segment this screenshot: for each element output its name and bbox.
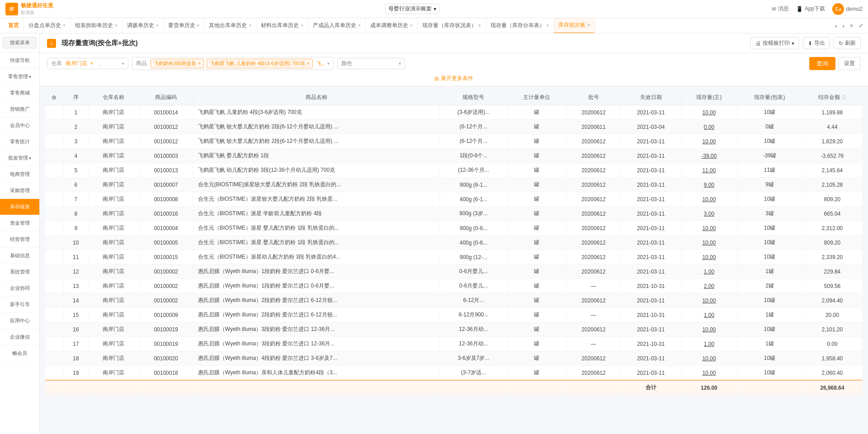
sidebar-toggle-btn[interactable]: › [47, 39, 56, 48]
row-stock-main[interactable]: 3.00 [681, 207, 737, 221]
row-stock-main[interactable]: 1.00 [681, 308, 737, 322]
sidebar-item-business[interactable]: 经营管理 [0, 231, 39, 248]
tab-fullscreen-btn[interactable]: ⤢ [857, 23, 864, 29]
row-stock-main[interactable]: 10.00 [681, 105, 737, 120]
tab-requisition-history[interactable]: 要货单历史 × [164, 18, 205, 33]
row-stock-main[interactable]: 10.00 [681, 221, 737, 236]
tab-close-icon[interactable]: × [156, 23, 159, 28]
row-stock-main[interactable]: -39.00 [681, 149, 737, 163]
sidebar-item-shop[interactable]: 零售商城 [0, 85, 39, 101]
tab-next-btn[interactable]: › [841, 22, 846, 29]
sidebar-item-members[interactable]: 会员中心 [0, 118, 39, 134]
info-icon[interactable]: ⓘ [842, 95, 846, 100]
row-stock-main[interactable]: 10.00 [681, 366, 737, 381]
tab-cost-adjust-history[interactable]: 成本调整单历史 × [366, 18, 418, 33]
tab-close-all-btn[interactable]: × [849, 23, 854, 29]
quick-nav-btn[interactable]: 快捷导航 [0, 55, 39, 66]
tab-close-icon[interactable]: × [478, 23, 481, 28]
row-unit: 罐 [507, 264, 566, 279]
sidebar-item-corp-wechat[interactable]: 企业微信 [0, 329, 39, 345]
row-stock-main[interactable]: 10.00 [681, 134, 737, 149]
query-btn[interactable]: 查询 [809, 57, 835, 70]
row-stock-main[interactable]: 2.00 [681, 279, 737, 293]
sidebar-item-basic[interactable]: 基础信息 [0, 248, 39, 264]
row-stock-main[interactable]: 1.00 [681, 264, 737, 279]
row-stock-main[interactable]: 10.00 [681, 293, 737, 308]
sidebar-item-wholesale[interactable]: 批发管理 ▾ [0, 150, 39, 166]
app-download-btn[interactable]: 📱 App下载 [796, 5, 825, 13]
tab-close-icon[interactable]: × [547, 23, 549, 28]
tab-other-out-history[interactable]: 其他出库单历史 × [204, 18, 256, 33]
tab-close-icon[interactable]: × [301, 23, 303, 28]
search-menu-btn[interactable]: 搜索菜单 [3, 37, 37, 48]
sidebar-item-corp[interactable]: 企业协同 [0, 280, 39, 297]
tab-distribution-history[interactable]: 分盘点单历史 × [24, 18, 71, 33]
sidebar-item-app-center[interactable]: 应用中心 [0, 313, 39, 329]
product-filter[interactable]: 商品 飞鹤奶粉3段两提装 × 飞鹤星飞帆 儿童奶粉 4段(3-6岁适用) 700… [132, 57, 334, 70]
row-stock-main[interactable]: 0.00 [681, 120, 737, 134]
tab-stock-status[interactable]: 现存量（库存状况表） × [418, 18, 486, 33]
warehouse-dropdown-icon[interactable]: ▾ [122, 61, 124, 66]
sidebar-item-inventory[interactable]: 库存核算 [0, 199, 39, 215]
sidebar-item-stats[interactable]: 零售统计 [0, 134, 39, 150]
sidebar-item-purchase[interactable]: 采购管理 [0, 183, 39, 199]
sidebar-item-finance[interactable]: 资金管理 [0, 215, 39, 231]
col-stock-pkg: 现存量(包装) [737, 90, 802, 105]
product-dropdown-icon[interactable]: ▾ [327, 61, 330, 66]
tab-stock-distribution[interactable]: 现存量（库存分布表） × [486, 18, 554, 33]
sidebar-item-marketing[interactable]: 营销推广 [0, 101, 39, 118]
row-spec: 0-6月婴儿... [440, 279, 507, 293]
row-spec: 900g (3岁... [440, 207, 507, 221]
tab-material-out-history[interactable]: 材料出库单历史 × [256, 18, 308, 33]
product-tag-2[interactable]: 飞鹤星飞帆 儿童奶粉 4段(3-6岁适用) 700克 × [207, 59, 313, 68]
row-balance: 1,189.88 [802, 105, 862, 120]
tab-production-in-history[interactable]: 产成品入库单历史 × [308, 18, 366, 33]
row-product-code: 00100003 [139, 149, 193, 163]
row-stock-main[interactable]: 10.00 [681, 236, 737, 250]
row-stock-main[interactable]: 9.00 [681, 178, 737, 192]
sidebar-item-system[interactable]: 系统管理 [0, 264, 39, 280]
row-stock-main[interactable]: 10.00 [681, 250, 737, 264]
row-product-name: 飞鹤星飞帆 幼儿配方奶粉 3段(12-36个月幼儿适用) 700克 [193, 163, 440, 178]
settings-btn[interactable]: 设置 [838, 57, 861, 70]
expand-more-btn[interactable]: ⊞ 展开更多条件 [434, 75, 473, 82]
tab-close-icon[interactable]: × [197, 23, 200, 28]
row-stock-main[interactable]: 11.00 [681, 163, 737, 178]
sidebar-item-retail[interactable]: 零售管理 ▾ [0, 69, 39, 85]
col-settings[interactable]: ⚙ [45, 90, 63, 105]
row-warehouse: 南岸门店 [89, 293, 139, 308]
row-stock-main[interactable]: 1.00 [681, 337, 737, 351]
color-dropdown-icon[interactable]: ▾ [399, 61, 401, 66]
row-unit: 罐 [507, 207, 566, 221]
user-area[interactable]: Ea demo2 [832, 3, 863, 15]
tab-close-icon[interactable]: × [115, 23, 118, 28]
print-btn[interactable]: 🖨 按模板打印 ▾ [750, 37, 799, 49]
tab-close-icon[interactable]: × [587, 23, 590, 28]
sidebar-item-label: 会员中心 [10, 123, 30, 128]
sidebar-item-membership[interactable]: 畅会员 [0, 345, 39, 362]
row-stock-main[interactable]: 10.00 [681, 351, 737, 366]
tab-mix-history[interactable]: 调拨单历史 × [123, 18, 164, 33]
product-tag-1-close-icon[interactable]: × [198, 61, 201, 66]
color-filter[interactable]: 颜色 ▾ [337, 58, 405, 69]
warehouse-filter[interactable]: 仓库 南岸门店 × ... ▾ [47, 58, 128, 69]
messages-btn[interactable]: ✉ 消息 [772, 5, 789, 13]
export-btn[interactable]: ⬇ 导出 [803, 37, 830, 49]
refresh-btn[interactable]: ↻ 刷新 [834, 37, 861, 49]
product-tag-2-close-icon[interactable]: × [307, 61, 310, 66]
tab-close-icon[interactable]: × [410, 23, 413, 28]
account-dropdown[interactable]: 母婴行业演示账套 ▾ [385, 4, 439, 14]
tab-batch-voucher[interactable]: 库存批次账 × [554, 18, 595, 33]
warehouse-tag-close-icon[interactable]: × [90, 60, 93, 66]
tab-home[interactable]: 首页 [4, 18, 24, 33]
tab-disassembly-history[interactable]: 组装拆卸单历史 × [71, 18, 123, 33]
tab-prev-btn[interactable]: ‹ [834, 22, 839, 29]
tab-close-icon[interactable]: × [358, 23, 361, 28]
tab-close-icon[interactable]: × [63, 23, 66, 28]
product-tag-1[interactable]: 飞鹤奶粉3段两提装 × [151, 59, 204, 68]
sidebar-item-guide[interactable]: 新手引导 [0, 297, 39, 313]
row-stock-main[interactable]: 10.00 [681, 322, 737, 337]
row-stock-main[interactable]: 10.00 [681, 192, 737, 207]
tab-close-icon[interactable]: × [249, 23, 251, 28]
sidebar-item-ecommerce[interactable]: 电商管理 [0, 166, 39, 183]
